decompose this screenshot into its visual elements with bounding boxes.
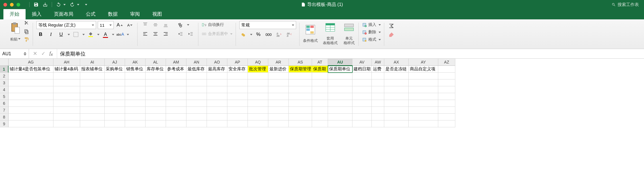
cell-AR4[interactable]	[268, 86, 289, 93]
tab-视图[interactable]: 视图	[146, 9, 168, 19]
cell-AP9[interactable]	[227, 120, 248, 127]
cell-AP6[interactable]	[227, 100, 248, 107]
cell-AP1[interactable]: 安全库存	[227, 66, 248, 73]
cell-AN7[interactable]	[186, 107, 207, 114]
cell-AG4[interactable]	[9, 86, 53, 93]
cell-AW2[interactable]	[372, 73, 384, 79]
col-header-AP[interactable]: AP	[227, 59, 248, 66]
format-cells-button[interactable]: 格式	[362, 37, 381, 42]
cell-AX7[interactable]	[384, 107, 409, 114]
cell-AV8[interactable]	[352, 114, 372, 120]
cell-AR9[interactable]	[268, 120, 289, 127]
cell-AX4[interactable]	[384, 86, 409, 93]
fx-icon[interactable]: fx	[49, 50, 53, 57]
row-header-9[interactable]: 9	[0, 120, 9, 127]
percent-button[interactable]: %	[254, 31, 263, 38]
cell-AT3[interactable]	[312, 79, 328, 86]
cell-AX9[interactable]	[384, 120, 409, 127]
cell-AV5[interactable]	[352, 93, 372, 100]
cell-AG6[interactable]	[9, 100, 53, 107]
number-format-select[interactable]: 常规	[239, 21, 296, 29]
delete-cells-button[interactable]: 删除	[362, 30, 381, 35]
cell-AX1[interactable]: 是否走冻链	[384, 66, 409, 73]
cell-AK5[interactable]	[125, 93, 146, 100]
cut-icon[interactable]	[23, 21, 30, 26]
paste-icon[interactable]	[9, 22, 22, 34]
cell-AG2[interactable]	[9, 73, 53, 79]
italic-button[interactable]: I	[47, 31, 55, 38]
cell-AT4[interactable]	[312, 86, 328, 93]
autosum-icon[interactable]	[388, 23, 395, 29]
cell-AJ5[interactable]	[105, 93, 125, 100]
cell-AR2[interactable]	[268, 73, 289, 79]
cell-AY5[interactable]	[409, 93, 438, 100]
cell-AZ7[interactable]	[438, 107, 455, 114]
cell-AZ9[interactable]	[438, 120, 455, 127]
cell-AU5[interactable]	[328, 93, 352, 100]
cell-AO4[interactable]	[207, 86, 227, 93]
col-header-AS[interactable]: AS	[289, 59, 312, 66]
cell-AM6[interactable]	[166, 100, 186, 107]
cell-AR5[interactable]	[268, 93, 289, 100]
cell-AO5[interactable]	[207, 93, 227, 100]
undo-icon[interactable]	[56, 2, 61, 7]
cell-AI7[interactable]	[80, 107, 105, 114]
col-header-AW[interactable]: AW	[372, 59, 384, 66]
cell-AI6[interactable]	[80, 100, 105, 107]
cell-AM8[interactable]	[166, 114, 186, 120]
cell-AV1[interactable]: 建档日期	[352, 66, 372, 73]
redo-icon[interactable]	[70, 2, 75, 7]
cell-AT6[interactable]	[312, 100, 328, 107]
cell-AK9[interactable]	[125, 120, 146, 127]
tab-页面布局[interactable]: 页面布局	[48, 9, 80, 19]
format-as-table-button[interactable]: 套用 表格格式	[323, 21, 338, 45]
conditional-format-button[interactable]: 条件格式	[303, 23, 318, 43]
col-header-AO[interactable]: AO	[207, 59, 227, 66]
cell-AM1[interactable]: 参考成本	[166, 66, 186, 73]
cell-AP8[interactable]	[227, 114, 248, 120]
align-left-button[interactable]	[141, 30, 149, 38]
cell-AW3[interactable]	[372, 79, 384, 86]
cell-AQ7[interactable]	[248, 107, 268, 114]
cell-AU4[interactable]	[328, 86, 352, 93]
row-header-5[interactable]: 5	[0, 93, 9, 100]
decrease-indent-button[interactable]	[176, 30, 185, 38]
cell-AH3[interactable]	[53, 79, 80, 86]
cell-AO6[interactable]	[207, 100, 227, 107]
maximize-icon[interactable]	[16, 3, 20, 7]
tab-插入[interactable]: 插入	[26, 9, 48, 19]
cell-AY3[interactable]	[409, 79, 438, 86]
cell-AU8[interactable]	[328, 114, 352, 120]
minimize-icon[interactable]	[10, 3, 14, 7]
cell-AN9[interactable]	[186, 120, 207, 127]
row-header-6[interactable]: 6	[0, 100, 9, 107]
cell-AK2[interactable]	[125, 73, 146, 79]
col-header-AK[interactable]: AK	[125, 59, 146, 66]
cell-AX6[interactable]	[384, 100, 409, 107]
confirm-icon[interactable]: ✓	[41, 50, 45, 57]
col-header-AR[interactable]: AR	[268, 59, 289, 66]
insert-cells-button[interactable]: 插入	[362, 22, 381, 27]
save-alt-icon[interactable]	[43, 2, 48, 7]
row-header-3[interactable]: 3	[0, 79, 9, 86]
cell-AW7[interactable]	[372, 107, 384, 114]
row-header-1[interactable]: 1	[0, 66, 9, 73]
cell-AQ8[interactable]	[248, 114, 268, 120]
cell-AU2[interactable]	[328, 73, 352, 79]
cell-AL8[interactable]	[146, 114, 166, 120]
cell-AR7[interactable]	[268, 107, 289, 114]
cell-AT8[interactable]	[312, 114, 328, 120]
qat-more-icon[interactable]	[85, 4, 87, 5]
cell-AR8[interactable]	[268, 114, 289, 120]
cell-AS5[interactable]	[289, 93, 312, 100]
fill-color-button[interactable]	[86, 31, 95, 38]
cell-AW5[interactable]	[372, 93, 384, 100]
cell-AS7[interactable]	[289, 107, 312, 114]
cell-AO7[interactable]	[207, 107, 227, 114]
cell-AO3[interactable]	[207, 79, 227, 86]
cell-AK6[interactable]	[125, 100, 146, 107]
cell-AL7[interactable]	[146, 107, 166, 114]
cell-AM7[interactable]	[166, 107, 186, 114]
cell-AM4[interactable]	[166, 86, 186, 93]
bold-button[interactable]: B	[36, 31, 45, 38]
